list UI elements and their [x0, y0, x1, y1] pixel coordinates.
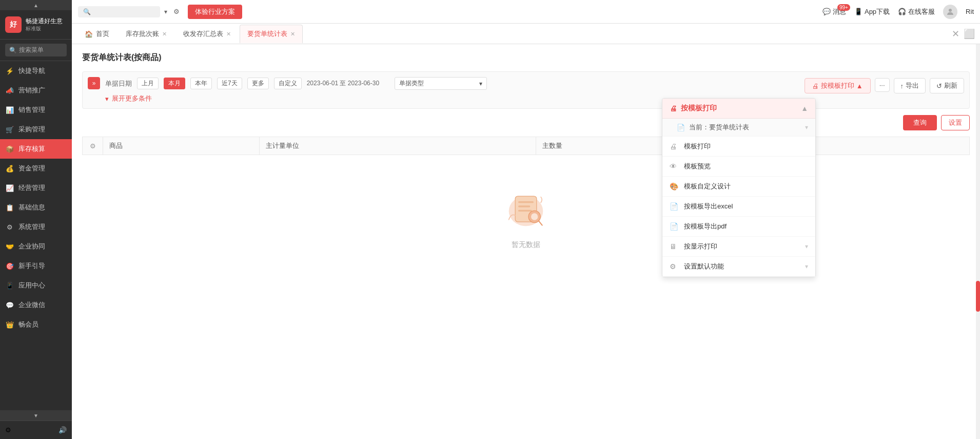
sidebar-item-marketing[interactable]: 📣 营销推广	[0, 81, 72, 100]
sidebar-search[interactable]: 🔍 搜索菜单	[0, 40, 72, 61]
topbar-messages[interactable]: 💬 消息 99+	[822, 7, 846, 16]
tab-batch-accounts-close[interactable]: ✕	[162, 31, 167, 37]
date-btn-this-month[interactable]: 本月	[164, 78, 185, 89]
scrollbar-thumb[interactable]	[976, 281, 980, 312]
sidebar-item-sales[interactable]: 📊 销售管理	[0, 100, 72, 120]
tab-order-stats-close[interactable]: ✕	[290, 31, 295, 37]
expand-label: 展开更多条件	[112, 94, 152, 103]
tab-receipt-summary-close[interactable]: ✕	[226, 31, 231, 37]
sidebar-item-quick-nav[interactable]: ⚡ 快捷导航	[0, 61, 72, 81]
dropdown-title: 🖨 按模板打印	[670, 104, 717, 113]
topbar-dropdown[interactable]: ▾	[164, 8, 167, 15]
col-settings[interactable]: ⚙	[83, 137, 103, 155]
topbar-gear-icon[interactable]: ⚙	[173, 8, 180, 15]
dropdown-item-set-default[interactable]: ⚙ 设置默认功能 ▾	[662, 257, 815, 277]
tabs-close-window[interactable]: ✕	[952, 28, 959, 40]
date-btn-last-month[interactable]: 上月	[137, 78, 159, 89]
vip-icon: 👑	[5, 320, 14, 329]
sidebar-logo-sub: 标准版	[26, 25, 63, 32]
sidebar-item-wechat[interactable]: 💬 企业微信	[0, 295, 72, 315]
guide-icon: 🎯	[5, 261, 14, 271]
topbar-avatar[interactable]	[943, 5, 957, 19]
sidebar: ▲ 好 畅捷通好生意 标准版 🔍 搜索菜单 ⚡ 快捷导航 📣 营销推广 📊 销售…	[0, 0, 72, 439]
dropdown-item-template-custom[interactable]: 🎨 模板自定义设计	[662, 177, 815, 197]
template-preview-icon: 👁	[670, 162, 679, 170]
empty-illustration	[500, 186, 552, 232]
settings-button[interactable]: 设置	[941, 115, 970, 130]
sidebar-item-system[interactable]: ⚙ 系统管理	[0, 217, 72, 237]
dropdown-item-template-pdf[interactable]: 📄 按模板导出pdf	[662, 217, 815, 237]
app-icon: 📱	[854, 8, 863, 15]
dropdown-item-left: ⚙ 设置默认功能	[670, 262, 724, 271]
sidebar-item-inventory[interactable]: 📦 库存核算	[0, 139, 72, 159]
trial-button[interactable]: 体验行业方案	[188, 5, 242, 19]
filter-bar: » 单据日期 上月 本月 本年 近7天 更多 自定义 2023-06-01 至 …	[82, 71, 970, 109]
dropdown-item-display-print[interactable]: 🖥 按显示打印 ▾	[662, 237, 815, 257]
more-button[interactable]: ···	[875, 78, 890, 92]
tabs-maximize[interactable]: ⬜	[964, 28, 975, 40]
system-icon: ⚙	[5, 222, 14, 232]
date-btn-7days[interactable]: 近7天	[217, 78, 242, 89]
settings-icon[interactable]: ⚙	[5, 426, 11, 434]
sidebar-item-label: 应用中心	[18, 281, 45, 290]
dropdown-item-left: 📄 按模板导出pdf	[670, 222, 727, 231]
date-btn-more[interactable]: 更多	[247, 78, 269, 89]
message-icon: 💬	[822, 8, 831, 15]
sidebar-scroll-down[interactable]: ▼	[0, 410, 72, 421]
sidebar-item-basic[interactable]: 📋 基础信息	[0, 198, 72, 217]
date-btn-this-year[interactable]: 本年	[190, 78, 212, 89]
tabs-bar: 🏠 首页 库存批次账 ✕ 收发存汇总表 ✕ 要货单统计表 ✕ ✕ ⬜	[72, 24, 980, 44]
sidebar-item-operation[interactable]: 📈 经营管理	[0, 178, 72, 198]
topbar-search-icon: 🔍	[83, 8, 91, 15]
empty-text: 暂无数据	[512, 240, 540, 250]
table-header: ⚙ 商品 主计量单位 主数量 零售金额	[83, 137, 970, 155]
sidebar-item-purchase[interactable]: 🛒 采购管理	[0, 120, 72, 139]
svg-rect-4	[518, 205, 530, 207]
sidebar-item-cooperation[interactable]: 🤝 企业协同	[0, 237, 72, 256]
dropdown-item-template-preview[interactable]: 👁 模板预览	[662, 157, 815, 177]
topbar-app-download[interactable]: 📱 App下载	[854, 7, 890, 16]
sidebar-item-app-center[interactable]: 📱 应用中心	[0, 276, 72, 295]
dropdown-item-left: 👁 模板预览	[670, 162, 711, 171]
page-inner: 要货单统计表(按商品) » 单据日期 上月 本月 本年 近7天 更多 自定义 2…	[72, 44, 980, 439]
tab-order-stats-label: 要货单统计表	[247, 29, 287, 39]
topbar-search[interactable]: 🔍	[78, 6, 160, 17]
print-label: 按模板打印	[821, 81, 854, 90]
app-download-label: App下载	[865, 7, 890, 16]
dropdown-close-button[interactable]: ▲	[801, 104, 808, 112]
dropdown-item-template-excel[interactable]: 📄 按模板导出excel	[662, 197, 815, 217]
print-template-button[interactable]: 🖨 按模板打印 ▲	[805, 78, 871, 93]
topbar-username[interactable]: Rit	[966, 8, 974, 15]
date-btn-custom[interactable]: 自定义	[274, 78, 302, 89]
dropdown-title-label: 按模板打印	[681, 104, 717, 113]
sound-icon[interactable]: 🔊	[58, 426, 67, 434]
query-button[interactable]: 查询	[903, 115, 937, 130]
current-item-icon: 📄	[677, 124, 685, 131]
app-center-icon: 📱	[5, 281, 14, 290]
print-dropdown-menu: 🖨 按模板打印 ▲ 📄 当前：要货单统计表 ▾ 🖨 模板打印 👁	[662, 98, 816, 277]
export-button[interactable]: ↑ 导出	[894, 78, 926, 93]
dropdown-item-template-print[interactable]: 🖨 模板打印	[662, 137, 815, 157]
display-print-label: 按显示打印	[684, 242, 717, 251]
finance-icon: 💰	[5, 164, 14, 173]
template-custom-label: 模板自定义设计	[684, 182, 731, 191]
topbar-online-service[interactable]: 🎧 在线客服	[898, 7, 935, 16]
tab-batch-accounts[interactable]: 库存批次账 ✕	[118, 25, 174, 43]
filter-expand-button[interactable]: »	[88, 77, 100, 89]
type-select-arrow: ▾	[479, 80, 482, 87]
sidebar-item-finance[interactable]: 💰 资金管理	[0, 159, 72, 178]
tab-receipt-summary[interactable]: 收发存汇总表 ✕	[175, 25, 239, 43]
sidebar-item-label: 采购管理	[18, 125, 45, 134]
refresh-button[interactable]: ↺ 刷新	[930, 78, 964, 93]
tab-order-stats[interactable]: 要货单统计表 ✕	[240, 25, 303, 43]
sidebar-scroll-up[interactable]: ▲	[0, 0, 72, 10]
type-filter-select[interactable]: 单据类型 ▾	[395, 77, 487, 90]
sidebar-item-vip[interactable]: 👑 畅会员	[0, 315, 72, 334]
page-scrollbar[interactable]	[976, 44, 980, 439]
dropdown-current-item[interactable]: 📄 当前：要货单统计表 ▾	[662, 119, 815, 137]
marketing-icon: 📣	[5, 86, 14, 95]
col-settings-icon[interactable]: ⚙	[90, 142, 96, 150]
svg-line-8	[539, 221, 542, 225]
sidebar-item-guide[interactable]: 🎯 新手引导	[0, 256, 72, 276]
tab-home[interactable]: 🏠 首页	[77, 25, 117, 43]
